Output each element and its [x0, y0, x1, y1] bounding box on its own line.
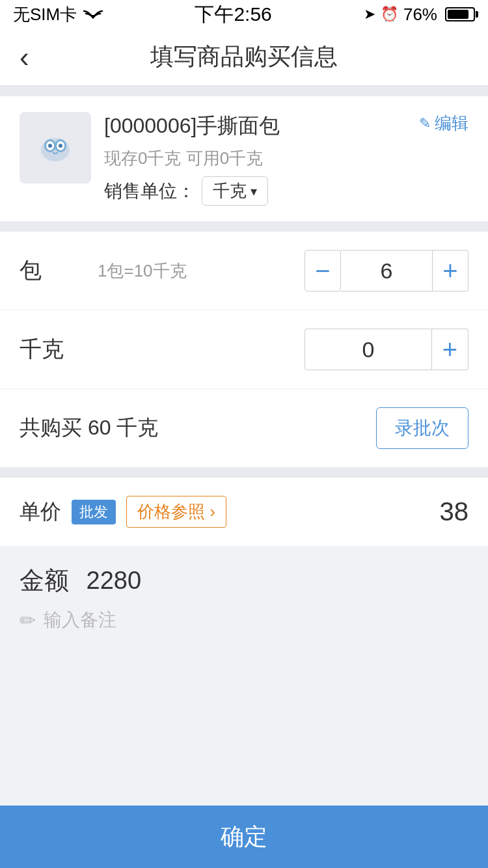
bao-label: 包 [20, 256, 85, 286]
note-placeholder: 输入备注 [44, 608, 116, 632]
summary-text: 共购买 60 千克 [20, 414, 158, 442]
svg-point-6 [59, 144, 62, 148]
amount-section: 金额 2280 ✏ 输入备注 [0, 546, 488, 651]
price-section: 单价 批发 价格参照 › 38 [0, 478, 488, 546]
nav-bar: ‹ 填写商品购买信息 [0, 29, 488, 86]
amount-row: 金额 2280 [20, 564, 468, 597]
form-section: 包 1包=10千克 − + 千克 + [0, 232, 488, 389]
bao-quantity-input[interactable] [341, 250, 432, 292]
location-icon: ➤ [364, 6, 375, 23]
svg-point-5 [48, 144, 52, 148]
status-right: ➤ ⏰ 76% [364, 5, 475, 25]
product-card: [0000006]手撕面包 现存0千克 可用0千克 销售单位： 千克 ▾ ✎ 编… [0, 96, 488, 221]
unit-select[interactable]: 千克 ▾ [202, 176, 268, 206]
confirm-bar[interactable]: 确定 [0, 806, 488, 868]
amount-label: 金额 [20, 567, 69, 594]
unit-label: 销售单位： [104, 179, 195, 204]
product-info: [0000006]手撕面包 现存0千克 可用0千克 销售单位： 千克 ▾ [104, 112, 468, 206]
summary-row: 共购买 60 千克 录批次 [0, 389, 488, 467]
unit-dropdown-icon: ▾ [251, 183, 257, 199]
product-name: [0000006]手撕面包 [104, 112, 468, 141]
confirm-button-label: 确定 [221, 821, 267, 853]
product-stock: 现存0千克 可用0千克 [104, 147, 468, 170]
price-label: 单价 [20, 498, 61, 526]
edit-icon: ✎ [419, 115, 431, 132]
mid-separator-2 [0, 467, 488, 478]
bao-plus-button[interactable]: + [432, 250, 468, 292]
status-left: 无SIM卡 [13, 3, 103, 26]
kg-quantity-control: + [305, 329, 468, 370]
kg-plus-button[interactable]: + [432, 329, 468, 370]
bao-minus-button[interactable]: − [305, 250, 341, 292]
carrier-label: 无SIM卡 [13, 3, 77, 26]
svg-point-0 [41, 138, 70, 161]
pencil-icon: ✏ [20, 609, 36, 632]
kg-label: 千克 [20, 334, 85, 364]
note-row[interactable]: ✏ 输入备注 [20, 608, 468, 632]
bao-row: 包 1包=10千克 − + [0, 232, 488, 310]
top-separator [0, 86, 488, 96]
back-button[interactable]: ‹ [20, 43, 29, 72]
battery-percent: 76% [403, 5, 437, 25]
edit-button[interactable]: ✎ 编辑 [419, 112, 468, 135]
alarm-icon: ⏰ [381, 6, 398, 23]
kg-quantity-input[interactable] [305, 329, 432, 370]
battery-icon [445, 7, 475, 21]
status-time: 下午2:56 [195, 1, 271, 28]
product-image [20, 112, 91, 183]
product-unit-row: 销售单位： 千克 ▾ [104, 176, 468, 206]
wifi-icon [83, 5, 103, 25]
status-bar: 无SIM卡 下午2:56 ➤ ⏰ 76% [0, 0, 488, 29]
price-ref-button[interactable]: 价格参照 › [126, 496, 226, 528]
price-value: 38 [440, 497, 469, 526]
kg-row: 千克 + [0, 310, 488, 389]
mid-separator-1 [0, 221, 488, 232]
bao-hint: 1包=10千克 [98, 260, 291, 282]
price-tag: 批发 [72, 500, 116, 524]
amount-value: 2280 [87, 567, 142, 594]
bao-quantity-control: − + [305, 250, 468, 292]
batch-button[interactable]: 录批次 [376, 407, 468, 449]
page-title: 填写商品购买信息 [150, 41, 338, 73]
